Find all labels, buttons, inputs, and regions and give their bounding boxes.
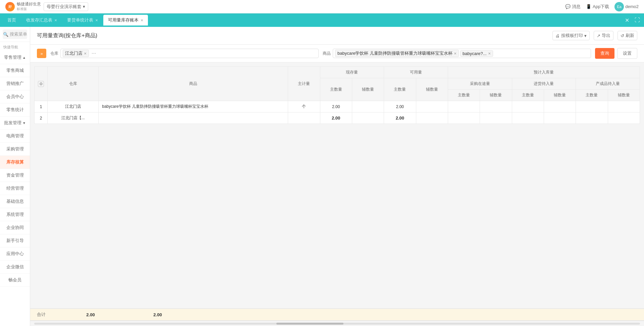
- row2-seq: 2: [35, 112, 48, 124]
- refresh-label: 刷新: [626, 33, 634, 39]
- scroll-bar-area: [30, 321, 644, 326]
- th-available-aux: 辅数量: [416, 78, 448, 101]
- scroll-thumb[interactable]: [276, 323, 343, 325]
- tab-order-stats[interactable]: 要货单统计表 ✕: [62, 15, 103, 26]
- tab-close-all-btn[interactable]: ✕: [624, 16, 631, 25]
- sidebar-item-inventory[interactable]: 库存核算: [0, 156, 30, 169]
- sidebar-item-system-label: 系统管理: [6, 212, 24, 218]
- sidebar-item-vip[interactable]: 畅会员: [0, 274, 30, 287]
- sidebar-item-retail-shop[interactable]: 零售商城: [0, 64, 30, 77]
- th-unit: 主计量: [288, 67, 320, 101]
- refresh-btn[interactable]: ↺ 刷新: [618, 31, 637, 40]
- message-action[interactable]: 💬 消息: [565, 4, 581, 10]
- th-stock-aux: 辅数量: [352, 78, 384, 101]
- tab-available-stock[interactable]: 可用量库存账本 ✕: [103, 15, 148, 26]
- filter-product-tag2-close[interactable]: ✕: [488, 52, 491, 55]
- filter-warehouse-dots[interactable]: ···: [92, 50, 96, 56]
- export-label: 导出: [602, 33, 610, 39]
- print-label: 按模板打印: [561, 33, 583, 39]
- th-production-pending: 产成品待入量: [576, 78, 640, 90]
- sidebar-item-app-center[interactable]: 应用中心: [0, 247, 30, 261]
- summary-values: 2.00 2.00: [57, 312, 637, 317]
- filter-action-buttons: 查询 设置: [595, 48, 637, 59]
- sidebar-item-retail-stats-label: 零售统计: [6, 107, 24, 113]
- sidebar-item-enterprise-wechat[interactable]: 企业微信: [0, 261, 30, 274]
- filter-warehouse-label: 仓库: [50, 51, 58, 56]
- row1-seq: 1: [35, 101, 48, 112]
- sidebar-item-enterprise[interactable]: 企业协同: [0, 221, 30, 234]
- filter-warehouse-tag-close[interactable]: ✕: [84, 52, 87, 55]
- tab-receive-summary-close[interactable]: ✕: [54, 18, 57, 22]
- summary-available-main: 2.00: [124, 312, 191, 317]
- sidebar-item-marketing[interactable]: 营销推广: [0, 77, 30, 90]
- tab-available-stock-label: 可用量库存账本: [108, 17, 139, 23]
- tab-home-label: 首页: [7, 17, 16, 23]
- top-bar-left: 好 畅捷通好生意 标准版 母婴行业演示账套 ▾: [5, 2, 88, 12]
- row1-purchase-main: [448, 101, 480, 112]
- tab-receive-summary[interactable]: 收发存汇总表 ✕: [21, 15, 62, 26]
- th-product: 商品: [99, 67, 288, 101]
- summary-stock-main: 2.00: [57, 312, 124, 317]
- sidebar-item-retail-mgmt-label: 零售管理: [4, 54, 21, 60]
- logo-text: 畅捷通好生意: [17, 2, 41, 7]
- filter-bar: » 仓库 江北门店 ✕ ··· 商品 babycare学饮杯 儿童防摔防撞吸管杯…: [30, 45, 644, 62]
- table-row: 2 江北门店【... 2.00 2.00: [35, 112, 640, 124]
- filter-product-tag2-text: babycare?...: [463, 51, 487, 56]
- sidebar-item-operations[interactable]: 经营管理: [0, 182, 30, 195]
- sidebar-item-inventory-label: 库存核算: [6, 159, 24, 165]
- row1-warehouse: 江北门店: [48, 101, 99, 112]
- tab-expand-btn[interactable]: ⛶: [633, 16, 641, 25]
- row2-stock-main: 2.00: [320, 112, 352, 124]
- query-button[interactable]: 查询: [595, 48, 614, 59]
- row1-purchase-aux: [480, 101, 512, 112]
- row1-available-aux: [416, 101, 448, 112]
- filter-toggle-icon: »: [40, 51, 43, 56]
- logo-text-area: 畅捷通好生意 标准版: [17, 2, 41, 12]
- sidebar-item-retail-mgmt[interactable]: 零售管理 ▲: [0, 51, 30, 64]
- th-purchase-main: 主数量: [448, 90, 480, 101]
- user-action[interactable]: Ea demo2: [614, 2, 639, 11]
- sidebar-item-finance-label: 资金管理: [6, 172, 24, 178]
- filter-toggle-btn[interactable]: »: [37, 49, 46, 58]
- page-header: 可用量查询(按仓库+商品) 🖨 按模板打印 ▾ ↗ 导出 ↺ 刷新: [30, 27, 644, 45]
- tab-order-stats-close[interactable]: ✕: [95, 18, 98, 22]
- filter-warehouse-tags[interactable]: 江北门店 ✕ ···: [60, 49, 319, 58]
- app-download-action[interactable]: 📱 App下载: [586, 4, 609, 10]
- sidebar-item-wholesale[interactable]: 批发管理 ▼: [0, 117, 30, 130]
- row1-incoming-main: [512, 101, 544, 112]
- tab-available-stock-close[interactable]: ✕: [141, 18, 143, 22]
- main-layout: 🔍 搜索菜单 快捷导航 零售管理 ▲ 零售商城 营销推广 会员中心 零售统计 批…: [0, 27, 644, 326]
- sidebar-item-new-guide[interactable]: 新手引导: [0, 234, 30, 247]
- print-btn[interactable]: 🖨 按模板打印 ▾: [552, 31, 590, 40]
- industry-selector[interactable]: 母婴行业演示账套 ▾: [44, 2, 88, 11]
- setting-button[interactable]: 设置: [617, 48, 637, 59]
- filter-product-tags[interactable]: babycare学饮杯 儿童防摔防撞吸管杯重力球吸嘴杯宝宝水杯 ✕ babyca…: [333, 49, 591, 58]
- sidebar-item-wholesale-label: 批发管理: [4, 120, 21, 126]
- sidebar-item-purchase[interactable]: 采购管理: [0, 143, 30, 156]
- sidebar-item-enterprise-wechat-label: 企业微信: [6, 264, 24, 270]
- sidebar-item-ecommerce[interactable]: 电商管理: [0, 130, 30, 143]
- th-settings: ⚙: [35, 67, 48, 101]
- sidebar-item-basic-info[interactable]: 基础信息: [0, 195, 30, 208]
- filter-warehouse-group: 仓库 江北门店 ✕ ···: [50, 49, 319, 58]
- filter-product-tag1: babycare学饮杯 儿童防摔防撞吸管杯重力球吸嘴杯宝宝水杯 ✕: [335, 50, 459, 57]
- row2-warehouse: 江北门店【...: [48, 112, 99, 124]
- filter-product-tag1-close[interactable]: ✕: [454, 52, 457, 55]
- export-btn[interactable]: ↗ 导出: [594, 31, 613, 40]
- sidebar-item-retail-stats[interactable]: 零售统计: [0, 103, 30, 117]
- sidebar-search-area: 🔍 搜索菜单: [0, 27, 30, 42]
- sidebar-item-member-label: 会员中心: [6, 94, 24, 100]
- sidebar-item-app-center-label: 应用中心: [6, 251, 24, 257]
- tab-home[interactable]: 首页: [3, 15, 21, 26]
- sidebar-item-member[interactable]: 会员中心: [0, 90, 30, 103]
- print-icon: 🖨: [555, 33, 560, 38]
- sidebar-search-btn[interactable]: 🔍 搜索菜单: [3, 30, 27, 39]
- chevron-print-icon: ▾: [584, 33, 587, 38]
- filter-warehouse-tag: 江北门店 ✕: [63, 50, 89, 57]
- sidebar-item-system[interactable]: 系统管理: [0, 208, 30, 221]
- page-title: 可用量查询(按仓库+商品): [37, 32, 97, 39]
- settings-icon[interactable]: ⚙: [38, 81, 44, 87]
- export-icon: ↗: [597, 33, 600, 38]
- th-stock-main: 主数量: [320, 78, 352, 101]
- sidebar-item-finance[interactable]: 资金管理: [0, 169, 30, 182]
